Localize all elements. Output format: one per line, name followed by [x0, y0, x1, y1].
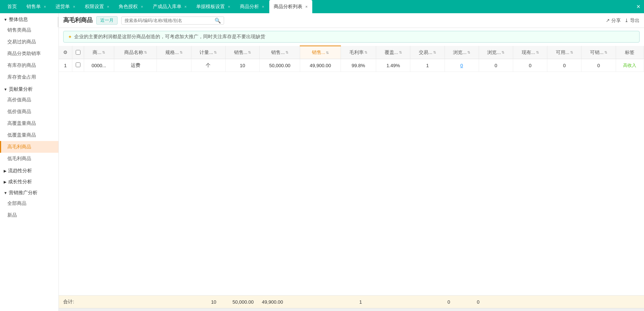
col-sale-amount[interactable]: 销售...⇅: [260, 46, 300, 59]
horizontal-scrollbar[interactable]: [59, 308, 644, 311]
col-code-sort: ⇅: [102, 50, 105, 54]
nav-template-close[interactable]: ×: [228, 4, 230, 9]
col-settings[interactable]: ⚙: [59, 46, 72, 59]
col-view2[interactable]: 浏览...⇅: [479, 46, 513, 59]
col-sale-cost[interactable]: 销售...⇅: [300, 46, 341, 59]
close-all-tabs[interactable]: ×: [636, 3, 640, 11]
col-sale-amount-sort: ⇅: [285, 50, 288, 54]
select-all-checkbox[interactable]: [76, 50, 80, 55]
row-index: 1: [59, 59, 72, 72]
nav-product-analysis-list-close[interactable]: ×: [305, 4, 307, 9]
search-icon[interactable]: 🔍: [215, 18, 221, 23]
col-unit[interactable]: 计量...⇅: [191, 46, 225, 59]
col-sale-qty-sort: ⇅: [248, 50, 251, 54]
nav-sales[interactable]: 销售单 ×: [22, 0, 50, 13]
info-banner: ✦ 企业的主要的利润都是这部分商品创造的，可考虑加大推广，同时关注库存是不要出现…: [63, 31, 640, 43]
sidebar-item-new-goods[interactable]: 新品: [0, 209, 58, 221]
settings-icon[interactable]: ⚙: [63, 50, 68, 55]
sidebar-item-in-stock[interactable]: 有库存的商品: [0, 59, 58, 71]
col-code[interactable]: 商...⇅: [84, 46, 114, 59]
row-sale-amount: 50,000.00: [260, 59, 300, 72]
sidebar-group-marketing[interactable]: ▼ 营销推广分析: [0, 187, 58, 198]
sidebar-item-high-value[interactable]: 高价值商品: [0, 94, 58, 106]
nav-production-close[interactable]: ×: [184, 4, 187, 9]
col-spec-sort: ⇅: [180, 50, 183, 54]
footer-sale-cost: 49,900.00: [258, 299, 287, 305]
table-header-row: ⚙ 商...⇅ 商品名称⇅ 规格...⇅: [59, 46, 644, 59]
nav-permissions[interactable]: 权限设置 ×: [80, 0, 114, 13]
row-trade: 1: [410, 59, 445, 72]
row-view2: 0: [479, 59, 513, 72]
sidebar-group-overall-arrow: ▼: [4, 18, 7, 22]
col-tag[interactable]: 标签: [616, 46, 644, 59]
footer-trade: 1: [346, 299, 375, 305]
sidebar-item-high-coverage[interactable]: 高覆盖量商品: [0, 117, 58, 129]
col-unit-sort: ⇅: [214, 50, 217, 54]
sidebar-item-low-margin[interactable]: 低毛利商品: [0, 153, 58, 164]
sidebar-group-trend-arrow: ▶: [4, 169, 7, 173]
col-margin[interactable]: 毛利率⇅: [341, 46, 376, 59]
share-button[interactable]: ↗ 分享: [606, 17, 621, 24]
sidebar-item-traded-goods[interactable]: 交易过的商品: [0, 36, 58, 48]
filter-recent-month[interactable]: 近一月: [96, 16, 118, 25]
sidebar-group-overall[interactable]: ▼ 整体信息: [0, 13, 58, 24]
nav-home[interactable]: 首页: [3, 0, 21, 13]
footer-current: 0: [434, 299, 464, 305]
col-checkbox[interactable]: [72, 46, 84, 59]
sidebar-group-growth[interactable]: ▶ 成长性分析: [0, 176, 58, 187]
row-sale-cost: 49,900.00: [300, 59, 341, 72]
col-current[interactable]: 现有...⇅: [513, 46, 547, 59]
search-input[interactable]: [125, 18, 215, 23]
sidebar-item-all-goods[interactable]: 全部商品: [0, 198, 58, 209]
row-code: 0000...: [84, 59, 114, 72]
main-layout: « ▼ 整体信息 销售类商品 交易过的商品 商品分类助销率 有库存的商品 库存资…: [0, 13, 644, 311]
row-name: 运费: [114, 59, 157, 72]
sidebar-item-low-value[interactable]: 低价值商品: [0, 106, 58, 117]
nav-product-analysis-list[interactable]: 商品分析列表 ×: [269, 0, 312, 13]
col-trade[interactable]: 交易...⇅: [410, 46, 445, 59]
col-sale-qty[interactable]: 销售...⇅: [225, 46, 259, 59]
nav-product-analysis[interactable]: 商品分析 ×: [235, 0, 269, 13]
search-box: 🔍: [121, 17, 224, 25]
nav-purchase[interactable]: 进货单 ×: [51, 0, 79, 13]
content-header: 高毛利商品 近一月 🔍 ↗ 分享 ⤓ 导出: [59, 13, 644, 28]
nav-product-analysis-close[interactable]: ×: [262, 4, 264, 9]
row-view1[interactable]: 0: [445, 59, 479, 72]
share-icon: ↗: [606, 18, 610, 23]
sidebar-group-contribution[interactable]: ▼ 贡献量分析: [0, 83, 58, 94]
col-available[interactable]: 可用...⇅: [547, 46, 582, 59]
footer-sale-qty: 10: [199, 299, 229, 305]
export-button[interactable]: ⤓ 导出: [625, 17, 640, 24]
nav-sales-close[interactable]: ×: [44, 4, 46, 9]
nav-production[interactable]: 产成品入库单 ×: [148, 0, 191, 13]
col-coverage[interactable]: 覆盖...⇅: [376, 46, 410, 59]
sidebar-item-category-rate[interactable]: 商品分类助销率: [0, 48, 58, 59]
col-name[interactable]: 商品名称⇅: [114, 46, 157, 59]
col-view1-sort: ⇅: [467, 50, 470, 54]
col-trade-sort: ⇅: [433, 50, 436, 54]
sidebar-item-sales-goods[interactable]: 销售类商品: [0, 24, 58, 36]
col-spec[interactable]: 规格...⇅: [157, 46, 191, 59]
nav-roles-close[interactable]: ×: [141, 4, 143, 9]
nav-roles[interactable]: 角色授权 ×: [114, 0, 147, 13]
content-area: 高毛利商品 近一月 🔍 ↗ 分享 ⤓ 导出 ✦ 企业的主要的利润都是这部分商品创…: [59, 13, 644, 311]
data-table: ⚙ 商...⇅ 商品名称⇅ 规格...⇅: [59, 46, 644, 72]
sidebar-toggle[interactable]: «: [58, 17, 59, 27]
sidebar-group-marketing-arrow: ▼: [4, 191, 7, 195]
table-row: 1 0000... 运费 个 10 50,000.00 49,900.00 99…: [59, 59, 644, 72]
row-available: 0: [547, 59, 582, 72]
col-view1[interactable]: 浏览...⇅: [445, 46, 479, 59]
nav-permissions-close[interactable]: ×: [107, 4, 109, 9]
data-table-container[interactable]: ⚙ 商...⇅ 商品名称⇅ 规格...⇅: [59, 46, 644, 295]
sidebar-item-high-margin[interactable]: 高毛利商品: [0, 141, 58, 153]
col-current-sort: ⇅: [536, 50, 539, 54]
sidebar-item-low-coverage[interactable]: 低覆盖量商品: [0, 129, 58, 141]
col-saleable[interactable]: 可销...⇅: [582, 46, 616, 59]
row-checkbox[interactable]: [72, 59, 84, 72]
nav-template[interactable]: 单据模板设置 ×: [192, 0, 234, 13]
row-coverage: 1.49%: [376, 59, 410, 72]
sidebar: « ▼ 整体信息 销售类商品 交易过的商品 商品分类助销率 有库存的商品 库存资…: [0, 13, 59, 311]
nav-purchase-close[interactable]: ×: [73, 4, 75, 9]
sidebar-group-trend[interactable]: ▶ 流趋性分析: [0, 164, 58, 176]
sidebar-item-stock-capital[interactable]: 库存资金占用: [0, 71, 58, 83]
